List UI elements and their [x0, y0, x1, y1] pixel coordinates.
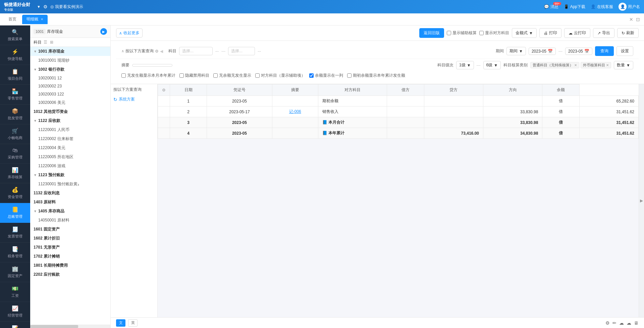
sidebar-item-inventory[interactable]: 📊 库存核算 — [0, 163, 30, 183]
bottom-edit-icon[interactable]: ✏ — [612, 320, 616, 326]
window-close-icon[interactable]: ✕ — [629, 17, 633, 22]
checkbox-opening-ytd[interactable]: 期初余额显示本年累计发生额 — [347, 73, 405, 78]
tree-item-2202[interactable]: 2202 应付账款 — [30, 270, 110, 279]
show-contra-checkbox[interactable]: 显示对方科目 — [479, 30, 509, 36]
period-start-input[interactable]: 2023-05 📅 — [529, 48, 556, 55]
scheme-collapse-icon[interactable]: ◀ — [160, 49, 163, 54]
tree-expand-btn[interactable]: ☰ — [43, 39, 48, 45]
tree-item-1801[interactable]: 1801 长期待摊费用 — [30, 261, 110, 270]
checkbox-no-balance[interactable]: 无发生额显示本月本年累计 — [121, 73, 175, 78]
tree-filter-btn[interactable]: ⊞ — [49, 39, 54, 45]
tree-item-1601[interactable]: 1601 固定资产 — [30, 225, 110, 234]
row-voucher[interactable]: 记-006 — [272, 107, 318, 117]
tree-item-10020002[interactable]: 10020002 23 — [30, 82, 110, 90]
bottom-settings-icon[interactable]: ⚙ — [605, 320, 610, 326]
bottom-cloud1-icon[interactable]: ☁ — [619, 320, 624, 326]
sidebar-item-finance[interactable]: 💰 资金管理 — [0, 183, 30, 203]
sidebar-item-wholesale[interactable]: 📦 批发管理 — [0, 105, 30, 124]
tree-item-11220004[interactable]: 11220004 美元 — [30, 143, 110, 152]
sidebar-item-assets[interactable]: 🏢 固定资产 — [0, 262, 30, 282]
lang-en-btn[interactable]: 英 — [128, 319, 138, 327]
sidebar-item-search[interactable]: 🔍 搜索菜单 — [0, 25, 30, 45]
sidebar-item-retail[interactable]: 🏪 零售管理 — [0, 85, 30, 105]
summary-input[interactable] — [132, 64, 172, 67]
filter-settings-btn[interactable]: 设置 — [616, 46, 633, 56]
level-start-select[interactable]: 1级 ▼ — [456, 61, 474, 69]
sidebar-item-purchase[interactable]: 🛍 采购管理 — [0, 144, 30, 163]
refresh-btn[interactable]: ↻ 刷新 — [617, 28, 639, 38]
tree-item-1123[interactable]: ▼ 1123 预付账款 — [30, 171, 110, 180]
show-aux-checkbox[interactable]: 显示辅助核算 — [447, 30, 477, 36]
tree-item-11220005[interactable]: 11220005 所在地区 — [30, 152, 110, 161]
period-type-select[interactable]: 期间 ▼ — [506, 47, 526, 55]
scheme-settings-icon[interactable]: ⚙ — [155, 49, 159, 54]
print-btn[interactable]: 🖨 打印 — [539, 28, 561, 38]
checkbox-opening-ytd-input[interactable] — [347, 73, 352, 78]
checkbox-no-amount-input[interactable] — [213, 73, 218, 78]
checkbox-contra-aux-input[interactable] — [255, 73, 260, 78]
period-end-input[interactable]: 2023-05 📅 — [565, 48, 592, 55]
subject-end-ellipsis[interactable]: ··· — [258, 49, 261, 54]
tab-ledger[interactable]: 明细账 ✕ — [22, 15, 48, 24]
tree-item-1002[interactable]: ▼ 1002 银行存款 — [30, 65, 110, 74]
right-collapse-btn[interactable]: ▶ — [639, 84, 644, 317]
tree-item-1405[interactable]: ▼ 1405 库存商品 — [30, 207, 110, 216]
tree-item-1001[interactable]: ▼ 1001 库存现金 — [30, 47, 110, 56]
app-download-btn[interactable]: 📱 App下载 — [564, 4, 585, 10]
lang-toggle-btn[interactable]: 文 — [116, 319, 125, 327]
checkbox-hide-disabled[interactable]: 隐藏禁用科目 — [179, 73, 209, 78]
expand-scheme-icon[interactable]: ∧ — [121, 49, 124, 53]
subject-ellipsis[interactable]: ··· — [215, 49, 219, 54]
tab-close-icon[interactable]: ✕ — [41, 17, 43, 21]
tree-item-11230001[interactable]: 11230001 预付账款黄₃ — [30, 180, 110, 189]
subject-input[interactable]: 选择... — [179, 47, 213, 55]
sidebar-item-management[interactable]: 📈 经营管理 — [0, 302, 30, 322]
tree-nav-btn[interactable]: ▶ — [100, 28, 107, 35]
amount-mode-dropdown[interactable]: 金额式 ▼ — [512, 28, 537, 38]
tree-item-11220001[interactable]: 11220001 人民币 — [30, 125, 110, 134]
bottom-cloud2-icon[interactable]: ☁ — [627, 320, 631, 326]
tree-item-1132[interactable]: 1132 应收利息 — [30, 189, 110, 198]
demo-link[interactable]: ◎ 我要看实例演示 — [50, 4, 83, 10]
query-btn[interactable]: 查询 — [595, 46, 614, 56]
tree-item-10020006[interactable]: 10020006 美元 — [30, 98, 110, 107]
tree-item-11220006[interactable]: 11220006 游戏 — [30, 161, 110, 171]
checkbox-no-balance-input[interactable] — [121, 73, 126, 78]
tree-item-1122[interactable]: ▼ 1122 应收款 — [30, 116, 110, 125]
tree-item-10020001[interactable]: 10020001 12 — [30, 74, 110, 82]
sidebar-item-nav[interactable]: ⚡ 快捷导航 — [0, 45, 30, 65]
table-gear-icon[interactable]: ⚙ — [162, 88, 166, 92]
tree-item-1012[interactable]: 1012 其他货币资金 — [30, 107, 110, 116]
company-dropdown[interactable]: ▼ — [37, 5, 41, 9]
sidebar-item-invoice[interactable]: 🧾 发票管理 — [0, 223, 30, 243]
tree-item-1702[interactable]: 1702 累计摊销 — [30, 252, 110, 261]
tree-item-1701[interactable]: 1701 无形资产 — [30, 243, 110, 252]
window-maximize-icon[interactable]: ⊡ — [636, 17, 640, 22]
checkbox-balance-one-col-input[interactable] — [309, 73, 314, 78]
tree-item-1602[interactable]: 1602 累计折旧 — [30, 234, 110, 243]
tag-foreign-remove[interactable]: ✕ — [606, 63, 609, 67]
tab-home[interactable]: 首页 — [4, 15, 21, 24]
sidebar-item-ledger[interactable]: 📒 总账管理 — [0, 203, 30, 223]
user-menu[interactable]: 👤 用户名 — [619, 3, 640, 11]
sidebar-item-ecommerce[interactable]: 🛒 小畅电商 — [0, 124, 30, 144]
tree-item-11220002[interactable]: 11220002 往来标签 — [30, 134, 110, 143]
level-end-select[interactable]: 6级 ▼ — [483, 61, 501, 69]
checkbox-contra-aux[interactable]: 对方科目（显示辅助项） — [255, 73, 305, 78]
quantity-dropdown[interactable]: 数量 ▼ — [614, 61, 633, 69]
export-btn[interactable]: ↗ 导出 — [593, 28, 614, 38]
sidebar-item-expense[interactable]: 📝 小畅报销 — [0, 322, 30, 328]
top-settings-icon[interactable]: ⚙ — [43, 4, 48, 9]
checkbox-hide-disabled-input[interactable] — [179, 73, 184, 78]
show-contra-input[interactable] — [479, 31, 484, 35]
sidebar-item-project[interactable]: 📋 项目合同 — [0, 65, 30, 85]
cloud-print-btn[interactable]: ☁ 云打印 — [564, 28, 590, 38]
subject-end-input[interactable]: 选择... — [228, 47, 255, 55]
tree-item-1403[interactable]: 1403 原材料 — [30, 198, 110, 207]
tag-normal-remove[interactable]: ✕ — [574, 63, 577, 67]
show-aux-input[interactable] — [447, 31, 451, 35]
return-old-btn[interactable]: 返回旧版 — [419, 28, 444, 38]
sidebar-item-payroll[interactable]: 💵 工资 — [0, 282, 30, 302]
tree-item-10010001[interactable]: 10010001 现现钞 — [30, 56, 110, 65]
tree-item-14050001[interactable]: 14050001 原材料 — [30, 216, 110, 225]
